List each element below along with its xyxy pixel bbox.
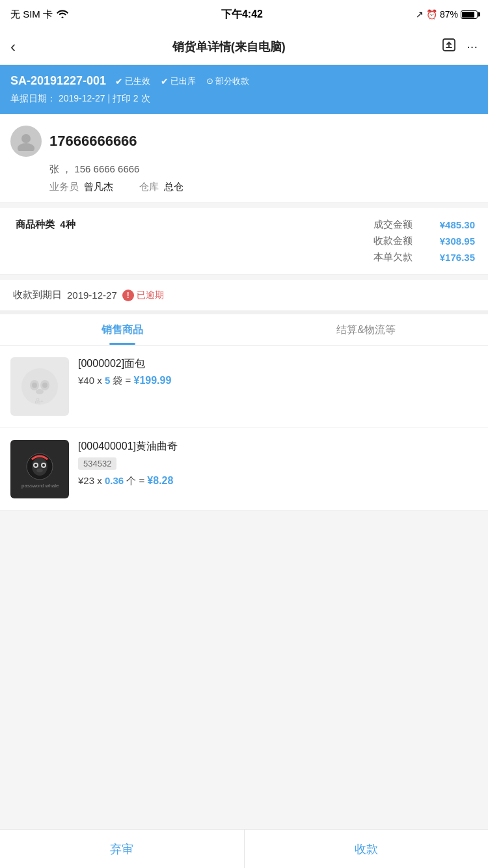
order-date-info: 单据日期： 2019-12-27 | 打印 2 次	[10, 93, 478, 105]
amount-stats: 成交金额 ¥485.30 收款金额 ¥308.95 本单欠款 ¥176.35	[373, 219, 475, 264]
status-time: 下午4:42	[221, 8, 263, 21]
more-button[interactable]: ···	[467, 39, 478, 54]
product-price-row-2: ¥23 x 0.36 个 = ¥8.28	[78, 475, 478, 487]
status-right: ↗ ⏰ 87%	[416, 9, 478, 20]
product-sku-badge: 534532	[78, 457, 116, 470]
customer-top: 17666666666	[10, 126, 478, 157]
svg-point-1	[21, 134, 31, 143]
back-button[interactable]: ‹	[10, 38, 16, 56]
product-count: 商品种类 4种	[13, 219, 75, 231]
product-info-1: [0000002]面包 ¥40 x 5 袋 = ¥199.99	[78, 357, 478, 387]
battery-percent: 87%	[440, 9, 458, 20]
product-thumbnail-2: password whale	[10, 440, 69, 498]
share-button[interactable]	[442, 38, 456, 55]
stats-section: 商品种类 4种 成交金额 ¥485.30 收款金额 ¥308.95 本单欠款 ¥…	[0, 208, 488, 275]
list-item: password whale [000400001]黄油曲奇 534532 ¥2…	[0, 428, 488, 511]
nav-bar: ‹ 销货单详情(来自电脑) ···	[0, 29, 488, 65]
svg-point-7	[42, 383, 47, 388]
overdue-badge: ! 已逾期	[122, 290, 164, 301]
svg-point-17	[36, 468, 43, 472]
customer-section: 17666666666 张 ， 156 6666 6666 业务员 曾凡杰 仓库…	[0, 114, 488, 203]
due-date-section: 收款到期日 2019-12-27 ! 已逾期	[0, 280, 488, 314]
tab-products[interactable]: 销售商品	[0, 314, 244, 345]
tabs-bar: 销售商品 结算&物流等	[0, 314, 488, 346]
overdue-dot-icon: !	[122, 290, 134, 301]
sales-person: 业务员 曾凡杰	[49, 181, 113, 193]
svg-text:password whale: password whale	[21, 483, 59, 489]
svg-point-16	[42, 464, 45, 467]
carrier-label: 无 SIM 卡	[10, 8, 53, 21]
warehouse: 仓库 总仓	[139, 181, 183, 193]
cancel-button[interactable]: 弃审	[0, 830, 245, 868]
avatar	[10, 126, 42, 157]
status-left: 无 SIM 卡	[10, 8, 68, 21]
battery-icon	[461, 10, 478, 19]
received-amount-row: 收款金额 ¥308.95	[373, 235, 475, 247]
product-price-row-1: ¥40 x 5 袋 = ¥199.99	[78, 375, 478, 387]
wifi-icon	[57, 9, 68, 20]
svg-text:品+: 品+	[35, 398, 44, 404]
due-date-value: 2019-12-27	[67, 290, 117, 301]
tab-settlement[interactable]: 结算&物流等	[244, 314, 488, 345]
customer-info: 张 ， 156 6666 6666	[10, 163, 478, 176]
order-header: SA-20191227-001 ✔ 已生效 ✔ 已出库 ⊙ 部分收款 单据日期：…	[0, 65, 488, 114]
bottom-bar: 弃审 收款	[0, 829, 488, 868]
status-effective: ✔ 已生效	[115, 75, 150, 87]
alarm-icon: ⏰	[426, 9, 437, 20]
svg-point-2	[18, 143, 34, 151]
order-id: SA-20191227-001	[10, 74, 106, 88]
list-item: 品+ [0000002]面包 ¥40 x 5 袋 = ¥199.99	[0, 346, 488, 428]
customer-account: 17666666666	[49, 133, 137, 150]
overdue-text: 已逾期	[137, 290, 164, 301]
debt-amount-row: 本单欠款 ¥176.35	[373, 251, 475, 264]
product-list: 品+ [0000002]面包 ¥40 x 5 袋 = ¥199.99	[0, 346, 488, 511]
transaction-amount-row: 成交金额 ¥485.30	[373, 219, 475, 231]
nav-actions: ···	[442, 38, 478, 55]
svg-point-8	[36, 389, 44, 394]
product-name-1: [0000002]面包	[78, 357, 478, 371]
svg-point-6	[32, 383, 37, 388]
customer-meta: 业务员 曾凡杰 仓库 总仓	[10, 181, 478, 193]
product-name-2: [000400001]黄油曲奇	[78, 440, 478, 454]
product-info-2: [000400001]黄油曲奇 534532 ¥23 x 0.36 个 = ¥8…	[78, 440, 478, 487]
location-icon: ↗	[416, 9, 424, 20]
product-thumbnail-1: 品+	[10, 357, 69, 416]
status-partial-paid: ⊙ 部分收款	[206, 75, 249, 87]
status-bar: 无 SIM 卡 下午4:42 ↗ ⏰ 87%	[0, 0, 488, 29]
due-date-label: 收款到期日	[13, 289, 62, 301]
svg-point-15	[34, 464, 37, 467]
page-title: 销货单详情(来自电脑)	[172, 39, 286, 55]
status-shipped: ✔ 已出库	[161, 75, 196, 87]
confirm-button[interactable]: 收款	[245, 830, 489, 868]
